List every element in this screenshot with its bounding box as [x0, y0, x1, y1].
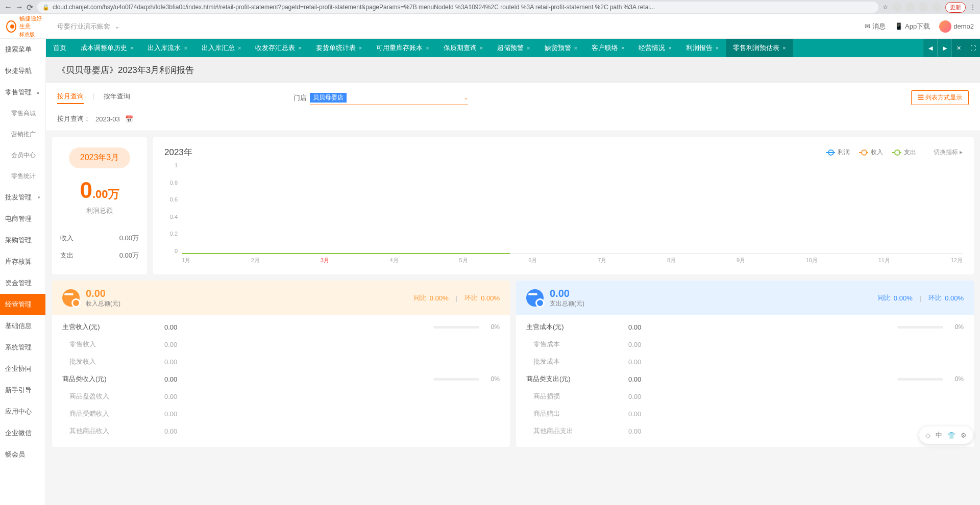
logo[interactable]: 畅捷通好生意 标准版 — [6, 15, 47, 38]
tab-by-year[interactable]: 按年查询 — [104, 92, 130, 104]
floating-toolbar[interactable]: ◇ 中 👕 ⚙ — [919, 426, 973, 444]
back-icon[interactable]: ← — [4, 3, 12, 12]
tab[interactable]: 超储预警× — [490, 39, 537, 57]
ext-icon-3[interactable] — [919, 3, 928, 12]
sidebar-item[interactable]: 零售管理▲ — [0, 82, 45, 103]
expense-rows: 主营成本(元)0.000%零售成本0.00批发成本0.00商品类支出(元)0.0… — [516, 315, 974, 447]
tab[interactable]: 保质期查询× — [436, 39, 490, 57]
sidebar-item[interactable]: 零售统计 — [0, 166, 45, 187]
ext-icon-1[interactable] — [892, 3, 901, 12]
expense-total-label: 支出总额(元) — [550, 299, 584, 308]
list-display-button[interactable]: ☰ 列表方式显示 — [911, 90, 969, 105]
tab[interactable]: 利润报告× — [679, 39, 726, 57]
close-icon[interactable]: × — [782, 45, 786, 51]
sidebar-item[interactable]: 会员中心 — [0, 145, 45, 166]
tab-by-month[interactable]: 按月查询 — [57, 92, 84, 104]
tab[interactable]: 零售利润预估表× — [726, 39, 793, 57]
url-bar[interactable]: 🔒 cloud.chanjet.com/hsy/u4o0f74daqxh/fof… — [37, 2, 878, 13]
message-icon: ✉ — [865, 22, 870, 30]
header-right: ✉ 消息 📱 App下载 demo2 — [865, 20, 974, 33]
tabs-next[interactable]: ▶ — [937, 39, 951, 57]
tab[interactable]: 出入库流水× — [140, 39, 194, 57]
tab[interactable]: 经营情况× — [631, 39, 678, 57]
browser-nav: ← → ⟳ — [4, 3, 33, 12]
tab[interactable]: 收发存汇总表× — [248, 39, 308, 57]
sidebar-item[interactable]: 企业微信 — [0, 422, 45, 444]
menu-icon[interactable]: ⋮ — [970, 4, 976, 11]
user-menu[interactable]: demo2 — [939, 20, 974, 33]
ext-icon-4[interactable] — [932, 3, 941, 12]
income-rows: 主营收入(元)0.000%零售收入0.00批发收入0.00商品类收入(元)0.0… — [52, 315, 510, 447]
close-icon[interactable]: × — [130, 45, 133, 51]
ext-icon-2[interactable] — [905, 3, 915, 12]
tab[interactable]: 成本调整单历史× — [74, 39, 140, 57]
float-lang[interactable]: 中 — [936, 431, 942, 440]
sidebar-item[interactable]: 零售商城 — [0, 103, 45, 124]
tab[interactable]: 缺货预警× — [537, 39, 584, 57]
tab[interactable]: 可用量库存账本× — [369, 39, 436, 57]
sidebar-item[interactable]: 企业协同 — [0, 358, 45, 380]
sidebar-item[interactable]: 批发管理▾ — [0, 187, 45, 208]
legend-income[interactable]: 收入 — [859, 148, 883, 157]
store-select[interactable]: 贝贝母婴店 ⌄ — [310, 91, 468, 105]
star-icon[interactable]: ☆ — [883, 4, 888, 11]
close-icon[interactable]: × — [668, 45, 671, 51]
month-picker-row: 按月查询： 2023-03 📅 — [57, 114, 969, 123]
sidebar-item[interactable]: 新手引导 — [0, 380, 45, 401]
sidebar-item[interactable]: 畅会员 — [0, 444, 45, 465]
float-icon-3[interactable]: ⚙ — [961, 432, 967, 439]
list-icon: ☰ — [918, 94, 925, 101]
lock-icon: 🔒 — [42, 4, 50, 11]
sidebar-item[interactable]: 资金管理 — [0, 272, 45, 294]
close-icon[interactable]: × — [359, 45, 362, 51]
tabs-prev[interactable]: ◀ — [923, 39, 937, 57]
tab[interactable]: 客户联络× — [584, 39, 631, 57]
tabs-close[interactable]: ✕ — [951, 39, 966, 57]
close-icon[interactable]: × — [621, 45, 624, 51]
switch-indicator[interactable]: 切换指标 ▸ — [934, 148, 963, 157]
main-area: 首页成本调整单历史×出入库流水×出入库汇总×收发存汇总表×要货单统计表×可用量库… — [46, 39, 980, 505]
account-name: 母婴行业演示账套 — [57, 22, 110, 31]
forward-icon[interactable]: → — [15, 3, 23, 12]
tab[interactable]: 出入库汇总× — [194, 39, 248, 57]
sidebar-item[interactable]: 搜索菜单 — [0, 39, 45, 60]
sidebar-item[interactable]: 电商管理 — [0, 208, 45, 230]
close-icon[interactable]: × — [184, 45, 187, 51]
close-icon[interactable]: × — [426, 45, 429, 51]
messages-link[interactable]: ✉ 消息 — [865, 22, 886, 31]
panel-row: 商品盘盈收入0.00 — [62, 388, 500, 405]
legend-profit[interactable]: 利润 — [826, 148, 850, 157]
float-icon-2[interactable]: 👕 — [947, 432, 955, 439]
tabs-fullscreen[interactable]: ⛶ — [966, 39, 980, 57]
close-icon[interactable]: × — [298, 45, 301, 51]
account-selector[interactable]: 母婴行业演示账套 ⌄ — [57, 22, 120, 31]
sidebar-item[interactable]: 快捷导航 — [0, 60, 45, 82]
calendar-icon[interactable]: 📅 — [125, 115, 133, 123]
panel-row: 商品受赠收入0.00 — [62, 405, 500, 422]
close-icon[interactable]: × — [574, 45, 577, 51]
query-value[interactable]: 2023-03 — [95, 115, 120, 123]
chevron-down-icon: ⌄ — [114, 22, 120, 30]
kpi-income-row: 收入 0.00万 — [60, 230, 139, 247]
store-label: 门店 — [293, 93, 307, 103]
sidebar-item[interactable]: 应用中心 — [0, 401, 45, 422]
kpi-label: 利润总额 — [60, 206, 139, 215]
sidebar-item[interactable]: 基础信息 — [0, 315, 45, 337]
legend-expense[interactable]: 支出 — [892, 148, 916, 157]
float-icon-1[interactable]: ◇ — [925, 432, 930, 439]
close-icon[interactable]: × — [527, 45, 530, 51]
close-icon[interactable]: × — [238, 45, 241, 51]
reload-icon[interactable]: ⟳ — [27, 3, 33, 12]
sidebar-item[interactable]: 库存核算 — [0, 251, 45, 272]
app-download-link[interactable]: 📱 App下载 — [895, 22, 930, 31]
sidebar-item[interactable]: 采购管理 — [0, 230, 45, 251]
close-icon[interactable]: × — [716, 45, 719, 51]
browser-update-button[interactable]: 更新 — [945, 2, 966, 13]
tab[interactable]: 要货单统计表× — [309, 39, 369, 57]
income-compare: 同比0.00% | 环比0.00% — [413, 293, 500, 302]
close-icon[interactable]: × — [480, 45, 483, 51]
sidebar-item[interactable]: 经营管理 — [0, 294, 45, 315]
tab[interactable]: 首页 — [46, 39, 74, 57]
sidebar-item[interactable]: 系统管理 — [0, 337, 45, 358]
sidebar-item[interactable]: 营销推广 — [0, 124, 45, 145]
